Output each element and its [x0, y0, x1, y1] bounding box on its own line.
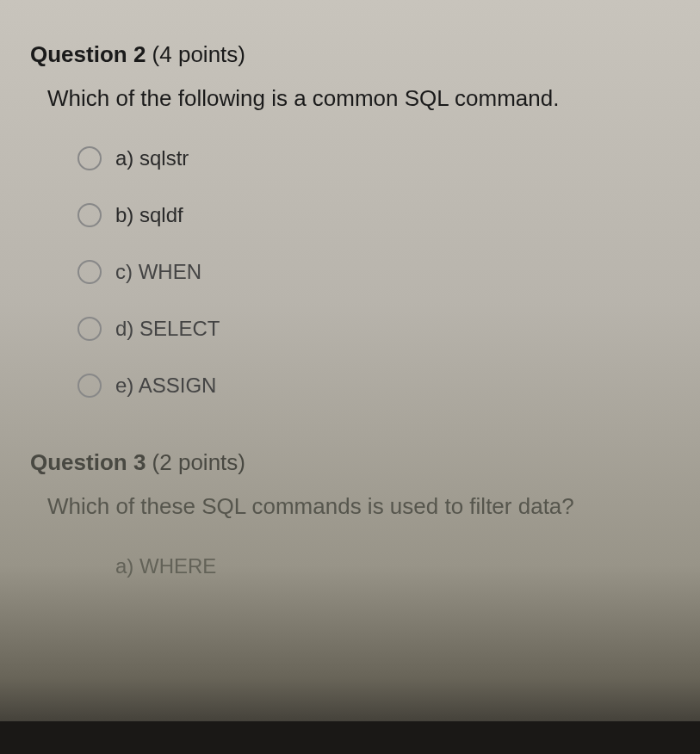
question-2-options: a) sqlstr b) sqldf c) WHEN d) SELECT — [30, 146, 670, 398]
question-3-block: Question 3 (2 points) Which of these SQL… — [30, 449, 670, 578]
radio-icon — [77, 203, 102, 227]
question-2-text: Which of the following is a common SQL c… — [30, 85, 670, 112]
option-e-label: e) ASSIGN — [115, 374, 216, 398]
question-2-block: Question 2 (4 points) Which of the follo… — [30, 41, 670, 398]
question-3-text: Which of these SQL commands is used to f… — [30, 493, 670, 520]
option-a[interactable]: a) WHERE — [77, 554, 670, 578]
option-d-label: d) SELECT — [115, 317, 220, 341]
question-3-label: Question 3 — [30, 449, 146, 475]
question-3-points: (2 points) — [152, 449, 245, 475]
option-b-label: b) sqldf — [115, 203, 183, 227]
option-a-label: a) WHERE — [77, 554, 216, 578]
question-2-label: Question 2 — [30, 41, 146, 67]
radio-icon — [77, 317, 102, 341]
radio-icon — [77, 260, 102, 284]
question-2-header: Question 2 (4 points) — [30, 41, 670, 68]
option-d[interactable]: d) SELECT — [77, 317, 670, 341]
radio-icon — [77, 146, 102, 170]
option-e[interactable]: e) ASSIGN — [77, 374, 670, 398]
option-c-label: c) WHEN — [115, 260, 201, 284]
option-a[interactable]: a) sqlstr — [77, 146, 670, 170]
question-3-header: Question 3 (2 points) — [30, 449, 670, 476]
radio-icon — [77, 374, 102, 398]
option-a-label: a) sqlstr — [115, 146, 189, 170]
bottom-bar — [0, 721, 700, 754]
option-c[interactable]: c) WHEN — [77, 260, 670, 284]
question-2-points: (4 points) — [152, 41, 245, 67]
option-b[interactable]: b) sqldf — [77, 203, 670, 227]
question-3-options: a) WHERE — [30, 554, 670, 578]
